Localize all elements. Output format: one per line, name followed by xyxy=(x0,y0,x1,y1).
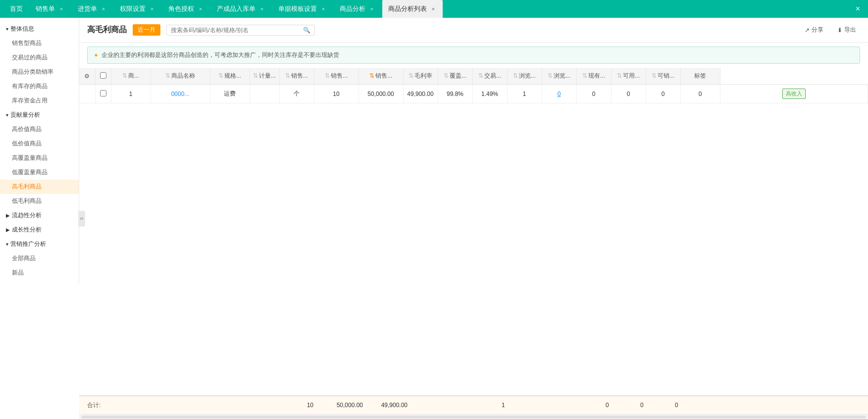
sidebar-item-low-value[interactable]: 低价值商品 xyxy=(0,137,79,151)
col-unit[interactable]: ⇅计量... xyxy=(250,68,279,85)
arrow-icon: ▾ xyxy=(6,241,8,247)
sidebar-item-high-coverage[interactable]: 高覆盖量商品 xyxy=(0,151,79,165)
close-product-analysis-list[interactable]: × xyxy=(430,5,437,12)
nav-product-inbound[interactable]: 产成品入库单 × xyxy=(211,0,271,18)
sort-icon: ⇅ xyxy=(325,72,330,79)
info-banner: ✦ 企业的主要的利润都是这部分商品创造的，可考虑加大推广，同时关注库存是不要出现… xyxy=(87,47,860,64)
cell-settings xyxy=(79,85,95,103)
sidebar-collapse-button[interactable]: ‹‹ xyxy=(78,211,85,227)
close-purchase-order[interactable]: × xyxy=(100,5,107,12)
cell-sales-qty: 10 xyxy=(314,85,358,103)
close-role-auth[interactable]: × xyxy=(197,5,204,12)
table-header-row: ⚙ ⇅商... ⇅商品名称 ⇅规格... ⇅计量... ⇅销售... ⇅销售..… xyxy=(79,68,868,85)
content-area: 高毛利商品 近一月 🔍 ↗ 分享 ⬇ 导出 ✦ 企业的主要的利润都是这部分商品创… xyxy=(79,18,868,419)
col-available[interactable]: ⇅可用... xyxy=(611,68,646,85)
col-trade[interactable]: ⇅交易... xyxy=(472,68,507,85)
close-permission-settings[interactable]: × xyxy=(149,5,155,12)
nav-template-settings[interactable]: 单据模板设置 × xyxy=(272,0,333,18)
close-product-inbound[interactable]: × xyxy=(258,5,265,12)
sidebar-item-low-margin[interactable]: 低毛利商品 xyxy=(0,194,79,208)
nav-product-analysis-list[interactable]: 商品分析列表 × xyxy=(382,0,443,18)
footer-sales-profit: 49,900.00 xyxy=(372,402,416,409)
col-browse2[interactable]: ⇅浏览... xyxy=(542,68,576,85)
time-filter-button[interactable]: 近一月 xyxy=(133,24,160,36)
sort-icon: ⇅ xyxy=(253,72,258,79)
star-icon: ✦ xyxy=(94,52,99,59)
sidebar-item-high-value[interactable]: 高价值商品 xyxy=(0,122,79,137)
sidebar-section-overall[interactable]: ▾ 整体信息 xyxy=(0,22,79,36)
search-input[interactable] xyxy=(171,27,300,34)
col-tag: 标签 xyxy=(680,68,720,85)
sidebar-item-all-products[interactable]: 全部商品 xyxy=(0,251,79,266)
sidebar-item-stock-capital[interactable]: 库存资金占用 xyxy=(0,93,79,108)
sort-icon: ⇅ xyxy=(652,72,657,79)
cell-browse2: 0 xyxy=(576,85,611,103)
sidebar-item-new-products[interactable]: 新品 xyxy=(0,266,79,280)
data-table: ⚙ ⇅商... ⇅商品名称 ⇅规格... ⇅计量... ⇅销售... ⇅销售..… xyxy=(79,68,868,103)
sort-icon: ⇅ xyxy=(369,72,374,79)
table-footer: 合计: 10 50,000.00 49,900.00 1 0 0 0 xyxy=(79,395,868,414)
cell-unit: 个 xyxy=(279,85,314,103)
sidebar-item-traded-products[interactable]: 交易过的商品 xyxy=(0,50,79,65)
sidebar-item-high-margin[interactable]: 高毛利商品 xyxy=(0,180,79,194)
cell-checkbox[interactable] xyxy=(95,85,111,103)
cell-spec xyxy=(250,85,279,103)
close-all-tabs[interactable]: × xyxy=(852,4,864,13)
scroll-track[interactable] xyxy=(81,416,866,419)
cell-name: 运费 xyxy=(210,85,250,103)
sidebar: ▾ 整体信息 销售型商品 交易过的商品 商品分类助销率 有库存的商品 库存资金占… xyxy=(0,18,79,284)
col-profit-rate[interactable]: ⇅毛利率 xyxy=(403,68,438,85)
col-sales-profit[interactable]: ⇅销售... xyxy=(358,68,403,85)
page-title: 高毛利商品 xyxy=(87,25,127,35)
footer-available: 0 xyxy=(624,402,659,409)
sidebar-item-category-rate[interactable]: 商品分类助销率 xyxy=(0,65,79,79)
cell-sales-amt: 50,000.00 xyxy=(358,85,403,103)
cell-coverage: 1.49% xyxy=(472,85,507,103)
sidebar-item-sales-products[interactable]: 销售型商品 xyxy=(0,36,79,50)
nav-role-auth[interactable]: 角色授权 × xyxy=(162,0,210,18)
sort-icon: ⇅ xyxy=(408,72,413,79)
nav-purchase-order[interactable]: 进货单 × xyxy=(72,0,113,18)
col-saleable[interactable]: ⇅可销... xyxy=(646,68,680,85)
nav-permission-settings[interactable]: 权限设置 × xyxy=(114,0,161,18)
close-sales-order[interactable]: × xyxy=(58,5,65,12)
sidebar-section-marketing[interactable]: ▾ 营销推广分析 xyxy=(0,237,79,251)
sidebar-section-contribution[interactable]: ▾ 贡献量分析 xyxy=(0,108,79,122)
cell-tag: 高收入 xyxy=(720,85,868,103)
col-coverage[interactable]: ⇅覆盖... xyxy=(438,68,472,85)
nav-home[interactable]: 首页 xyxy=(4,0,29,18)
close-template-settings[interactable]: × xyxy=(320,5,327,12)
nav-product-analysis[interactable]: 商品分析 × xyxy=(334,0,381,18)
top-navigation: 首页 销售单 × 进货单 × 权限设置 × 角色授权 × 产成品入库单 × 单据… xyxy=(0,0,868,18)
sidebar-item-in-stock[interactable]: 有库存的商品 xyxy=(0,79,79,93)
cell-browse1[interactable]: 0 xyxy=(542,85,576,103)
cell-code[interactable]: 0000... xyxy=(151,85,210,103)
cell-trade: 1 xyxy=(507,85,542,103)
col-stock[interactable]: ⇅现有... xyxy=(576,68,611,85)
sidebar-item-low-coverage[interactable]: 低覆盖量商品 xyxy=(0,165,79,180)
horizontal-scrollbar[interactable] xyxy=(79,414,868,419)
sidebar-section-trend[interactable]: ▶ 流趋性分析 xyxy=(0,208,79,223)
close-product-analysis[interactable]: × xyxy=(368,5,375,12)
export-button[interactable]: ⬇ 导出 xyxy=(833,24,860,36)
col-code[interactable]: ⇅商... xyxy=(111,68,151,85)
nav-sales-order[interactable]: 销售单 × xyxy=(30,0,71,18)
sort-icon: ⇅ xyxy=(122,72,127,79)
col-name[interactable]: ⇅商品名称 xyxy=(151,68,210,85)
sort-icon: ⇅ xyxy=(582,72,587,79)
col-spec[interactable]: ⇅规格... xyxy=(210,68,250,85)
header-actions: ↗ 分享 ⬇ 导出 xyxy=(801,24,860,36)
sidebar-section-growth[interactable]: ▶ 成长性分析 xyxy=(0,223,79,237)
col-checkbox[interactable] xyxy=(95,68,111,85)
select-all-checkbox[interactable] xyxy=(100,72,106,79)
col-sales-amt[interactable]: ⇅销售... xyxy=(314,68,358,85)
col-browse1[interactable]: ⇅浏览... xyxy=(507,68,542,85)
col-sales-qty[interactable]: ⇅销售... xyxy=(279,68,314,85)
col-settings[interactable]: ⚙ xyxy=(79,68,95,85)
sort-icon: ⇅ xyxy=(478,72,483,79)
share-button[interactable]: ↗ 分享 xyxy=(801,24,827,36)
search-icon[interactable]: 🔍 xyxy=(303,27,310,34)
footer-stock: 0 xyxy=(590,402,624,409)
footer-trade: 1 xyxy=(486,402,520,409)
search-box: 🔍 xyxy=(166,25,315,36)
